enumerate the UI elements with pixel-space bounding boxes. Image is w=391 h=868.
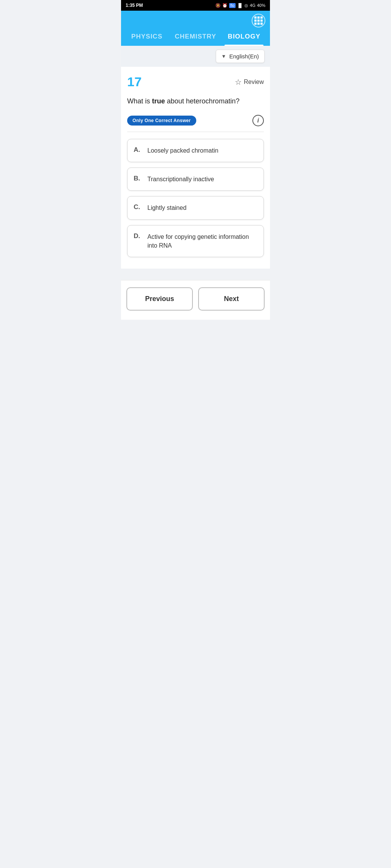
option-d[interactable]: D. Active for copying genetic informatio… (127, 225, 264, 257)
option-a[interactable]: A. Loosely packed chromatin (127, 139, 264, 162)
language-selector[interactable]: ▼ English(En) (216, 50, 265, 63)
option-b-label: B. (134, 175, 142, 182)
option-b-text: Transcriptionally inactive (147, 175, 214, 184)
previous-button[interactable]: Previous (126, 287, 193, 311)
review-button[interactable]: ☆ Review (235, 77, 264, 87)
tab-chemistry[interactable]: CHEMISTRY (171, 29, 220, 46)
grid-menu-button[interactable] (252, 14, 265, 27)
tab-physics[interactable]: PHYSICS (123, 29, 171, 46)
divider (127, 132, 264, 132)
signal2-icon: 4G (250, 3, 255, 8)
dot (260, 23, 263, 25)
question-number: 17 (127, 74, 142, 89)
next-button[interactable]: Next (198, 287, 265, 311)
dot (260, 16, 263, 19)
app-header: PHYSICS CHEMISTRY BIOLOGY (121, 11, 270, 46)
option-c[interactable]: C. Lightly stained (127, 196, 264, 219)
language-label: English(En) (229, 53, 259, 60)
info-icon-label: i (257, 117, 259, 124)
notification-icon: 🔕 (215, 3, 221, 8)
question-bold-word: true (152, 97, 165, 105)
dot (254, 16, 257, 19)
question-header: 17 ☆ Review (127, 74, 264, 89)
battery-icon: 40% (257, 3, 265, 8)
info-icon[interactable]: i (252, 115, 264, 126)
option-d-text: Active for copying genetic information i… (147, 232, 257, 250)
bottom-navigation: Previous Next (121, 280, 270, 320)
status-bar: 1:35 PM 🔕 ⏰ flo ▐▌ ◎ 4G 40% (121, 0, 270, 11)
subject-tabs: PHYSICS CHEMISTRY BIOLOGY (121, 29, 270, 46)
star-icon: ☆ (235, 77, 242, 87)
review-label: Review (244, 79, 264, 85)
gps-icon: ◎ (244, 3, 248, 8)
dot (257, 19, 260, 22)
filo-icon: flo (229, 3, 236, 8)
status-time: 1:35 PM (126, 3, 143, 8)
grid-dots-icon (254, 16, 263, 25)
language-bar: ▼ English(En) (121, 46, 270, 67)
chevron-down-icon: ▼ (221, 53, 226, 59)
signal-icon: ▐▌ (237, 3, 243, 8)
dot (257, 16, 260, 19)
status-icons: 🔕 ⏰ flo ▐▌ ◎ 4G 40% (215, 3, 265, 8)
question-area: 17 ☆ Review What is true about heterochr… (121, 67, 270, 269)
header-top (121, 11, 270, 29)
option-a-text: Loosely packed chromatin (147, 146, 218, 155)
answer-type-row: Only One Correct Answer i (127, 115, 264, 126)
option-a-label: A. (134, 146, 142, 154)
clock-icon: ⏰ (222, 3, 228, 8)
dot (257, 23, 260, 25)
question-text: What is true about heterochromatin? (127, 96, 264, 106)
dot (254, 19, 257, 22)
option-c-label: C. (134, 203, 142, 211)
option-b[interactable]: B. Transcriptionally inactive (127, 167, 264, 191)
option-c-text: Lightly stained (147, 203, 186, 212)
options-list: A. Loosely packed chromatin B. Transcrip… (127, 137, 264, 261)
dot (260, 19, 263, 22)
option-d-label: D. (134, 232, 142, 240)
tab-biology[interactable]: BIOLOGY (220, 29, 268, 46)
answer-type-badge: Only One Correct Answer (127, 116, 196, 126)
dot (254, 23, 257, 25)
